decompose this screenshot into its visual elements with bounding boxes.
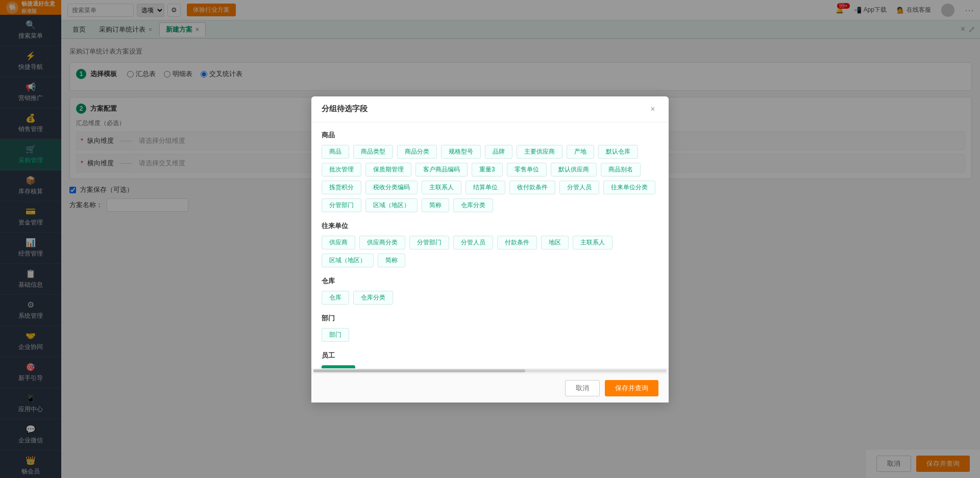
field-group-warehouse: 仓库 仓库 仓库分类 [322, 276, 658, 305]
group-title-employee: 员工 [322, 351, 658, 360]
group-title-partner: 往来单位 [322, 221, 658, 231]
modal-dialog: 分组待选字段 × 商品 商品 商品类型 商品分类 规格型号 品牌 主要供应商 产… [311, 96, 669, 402]
field-tag-warehouse-0[interactable]: 仓库 [322, 291, 349, 305]
warehouse-fields: 仓库 仓库分类 [322, 291, 658, 305]
field-tag-product-16[interactable]: 税收分类编码 [365, 181, 418, 194]
field-tag-partner-5[interactable]: 地区 [541, 236, 569, 249]
modal-footer: 取消 保存并查询 [311, 373, 669, 402]
field-tag-product-21[interactable]: 往来单位分类 [603, 181, 655, 194]
product-fields: 商品 商品类型 商品分类 规格型号 品牌 主要供应商 产地 默认仓库 批次管理 … [322, 145, 658, 212]
group-title-product: 商品 [322, 131, 658, 140]
field-tag-partner-7[interactable]: 区域（地区） [322, 254, 374, 267]
field-tag-product-9[interactable]: 保质期管理 [365, 163, 411, 177]
field-tag-warehouse-1[interactable]: 仓库分类 [353, 291, 393, 305]
field-tag-product-1[interactable]: 商品类型 [353, 145, 393, 159]
field-tag-partner-1[interactable]: 供应商分类 [359, 236, 405, 249]
h-scroll-track [313, 369, 667, 372]
field-tag-product-7[interactable]: 默认仓库 [598, 145, 638, 159]
modal-horizontal-scrollbar[interactable] [311, 368, 669, 373]
field-tag-product-17[interactable]: 主联系人 [422, 181, 461, 194]
modal-body: 商品 商品 商品类型 商品分类 规格型号 品牌 主要供应商 产地 默认仓库 批次… [311, 122, 669, 368]
field-tag-product-2[interactable]: 商品分类 [397, 145, 437, 159]
field-group-employee: 员工 业务员 [322, 351, 658, 368]
field-tag-product-15[interactable]: 拣货积分 [322, 181, 361, 194]
field-tag-product-25[interactable]: 仓库分类 [453, 198, 493, 212]
field-tag-product-11[interactable]: 重量3 [472, 163, 503, 177]
field-tag-product-13[interactable]: 默认供应商 [551, 163, 597, 177]
field-tag-product-24[interactable]: 简称 [422, 198, 449, 212]
field-group-partner: 往来单位 供应商 供应商分类 分管部门 分管人员 付款条件 地区 主联系人 区域… [322, 221, 658, 267]
field-tag-product-8[interactable]: 批次管理 [322, 163, 361, 177]
field-tag-product-6[interactable]: 产地 [567, 145, 594, 159]
group-title-department: 部门 [322, 314, 658, 323]
field-tag-partner-0[interactable]: 供应商 [322, 236, 355, 249]
field-tag-product-23[interactable]: 区域（地区） [365, 198, 418, 212]
field-tag-product-22[interactable]: 分管部门 [322, 198, 361, 212]
modal-close-button[interactable]: × [647, 104, 658, 115]
modal-save-button[interactable]: 保存并查询 [605, 380, 658, 396]
h-scroll-thumb [313, 369, 525, 372]
field-tag-partner-6[interactable]: 主联系人 [573, 236, 612, 249]
field-group-product: 商品 商品 商品类型 商品分类 规格型号 品牌 主要供应商 产地 默认仓库 批次… [322, 131, 658, 212]
field-tag-product-10[interactable]: 客户商品编码 [415, 163, 468, 177]
field-tag-product-18[interactable]: 结算单位 [465, 181, 505, 194]
field-tag-product-4[interactable]: 品牌 [485, 145, 512, 159]
modal-overlay: 分组待选字段 × 商品 商品 商品类型 商品分类 规格型号 品牌 主要供应商 产… [0, 0, 980, 478]
field-tag-product-3[interactable]: 规格型号 [441, 145, 481, 159]
department-fields: 部门 [322, 328, 658, 342]
modal-header: 分组待选字段 × [311, 96, 669, 122]
field-tag-product-5[interactable]: 主要供应商 [517, 145, 562, 159]
field-tag-product-0[interactable]: 商品 [322, 145, 349, 159]
modal-title: 分组待选字段 [322, 104, 368, 114]
field-tag-department-0[interactable]: 部门 [322, 328, 349, 342]
partner-fields: 供应商 供应商分类 分管部门 分管人员 付款条件 地区 主联系人 区域（地区） … [322, 236, 658, 267]
field-tag-partner-2[interactable]: 分管部门 [409, 236, 449, 249]
field-tag-product-12[interactable]: 零售单位 [507, 163, 547, 177]
field-tag-product-20[interactable]: 分管人员 [559, 181, 599, 194]
group-title-warehouse: 仓库 [322, 276, 658, 286]
modal-cancel-button[interactable]: 取消 [565, 380, 600, 396]
field-tag-partner-8[interactable]: 简称 [378, 254, 405, 267]
field-group-department: 部门 部门 [322, 314, 658, 342]
field-tag-partner-3[interactable]: 分管人员 [453, 236, 493, 249]
field-tag-partner-4[interactable]: 付款条件 [497, 236, 537, 249]
field-tag-product-14[interactable]: 商品别名 [601, 163, 641, 177]
field-tag-product-19[interactable]: 收付款条件 [509, 181, 555, 194]
